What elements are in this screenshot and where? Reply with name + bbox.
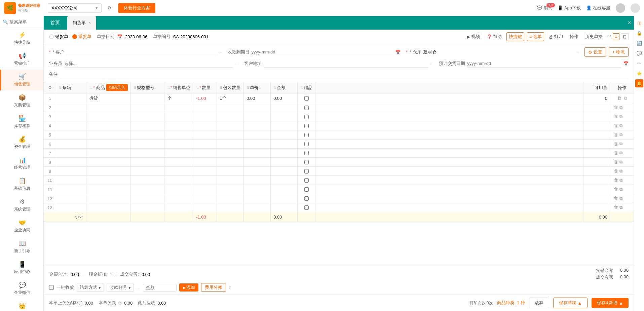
save-new-button[interactable]: 保存&新增 ▲	[592, 298, 629, 308]
copy-icon-6[interactable]: ⧉	[619, 141, 622, 146]
row-pkgqty-10[interactable]	[217, 176, 244, 185]
row-unit-13[interactable]	[164, 203, 193, 212]
remarks-input[interactable]	[60, 70, 629, 78]
row-amount-2[interactable]	[271, 103, 298, 112]
row-pkgqty-11[interactable]	[217, 185, 244, 194]
warehouse-dots-icon[interactable]: ···	[575, 50, 579, 55]
salesperson-dots-icon[interactable]: ···	[235, 61, 239, 66]
row-unit-10[interactable]	[164, 176, 193, 185]
row-barcode-5[interactable]	[56, 130, 86, 140]
sidebar-item-wechat[interactable]: 💬 企业微信	[0, 278, 43, 299]
sidebar-search[interactable]: 🔍 搜索菜单	[0, 16, 43, 28]
row-barcode-13[interactable]	[56, 203, 86, 212]
row-pkgqty-6[interactable]	[217, 140, 244, 149]
row-spec-9[interactable]	[131, 167, 164, 176]
question-mark-icon[interactable]: ②	[118, 301, 122, 306]
radio-sale-order[interactable]: 销货单	[49, 34, 68, 40]
row-unit-3[interactable]	[164, 112, 193, 121]
copy-icon-12[interactable]: ⧉	[619, 196, 622, 201]
row-barcode-9[interactable]	[56, 167, 86, 176]
delete-icon-5[interactable]: 🗑	[614, 132, 618, 137]
row-gift-7[interactable]	[298, 149, 315, 158]
gift-checkbox-4[interactable]	[304, 124, 309, 128]
copy-icon-11[interactable]: ⧉	[619, 187, 622, 192]
row-pkgqty-9[interactable]	[217, 167, 244, 176]
row-unit-8[interactable]	[164, 158, 193, 167]
row-barcode-1[interactable]	[56, 93, 86, 103]
chevron-right-icon[interactable]: ›	[610, 33, 611, 40]
row-barcode-3[interactable]	[56, 112, 86, 121]
message-button[interactable]: 💬 消息 99+	[537, 5, 552, 11]
sidebar-item-shortcut[interactable]: ⚡ 快捷导航	[0, 28, 43, 49]
app-download-button[interactable]: 📱 App下载	[558, 5, 581, 11]
rp-bell-button[interactable]: 🔔	[635, 79, 643, 87]
trial-button[interactable]: 体验行业方案	[118, 3, 155, 13]
copy-icon-5[interactable]: ⧉	[619, 132, 622, 137]
row-qty-1[interactable]: -1.00	[193, 93, 217, 103]
row-pkgqty-5[interactable]	[217, 130, 244, 140]
row-amount-5[interactable]	[271, 130, 298, 140]
expense-help-icon[interactable]: ?	[229, 285, 231, 289]
rp-comment-button[interactable]: 💬	[635, 49, 643, 57]
row-amount-13[interactable]	[271, 203, 298, 212]
sidebar-item-inventory[interactable]: 🏪 库存核算	[0, 111, 43, 132]
row-spec-6[interactable]	[131, 140, 164, 149]
row-pkgqty-7[interactable]	[217, 149, 244, 158]
scan-button[interactable]: 扫码录入	[106, 84, 128, 91]
delete-icon-6[interactable]: 🗑	[614, 141, 618, 146]
row-qty-6[interactable]	[193, 140, 217, 149]
row-amount-7[interactable]	[271, 149, 298, 158]
row-goods-10[interactable]	[86, 176, 131, 185]
row-price-3[interactable]	[244, 112, 271, 121]
row-amount-9[interactable]	[271, 167, 298, 176]
row-gift-11[interactable]	[298, 185, 315, 194]
copy-icon-3[interactable]: ⧉	[619, 114, 622, 119]
gift-checkbox-10[interactable]	[304, 178, 309, 183]
row-price-8[interactable]	[244, 158, 271, 167]
expense-split-button[interactable]: 费用分摊	[201, 283, 226, 292]
delete-icon-8[interactable]: 🗑	[614, 159, 618, 164]
row-spec-2[interactable]	[131, 103, 164, 112]
row-unit-7[interactable]	[164, 149, 193, 158]
salesperson-input[interactable]	[64, 60, 233, 68]
row-goods-1[interactable]: 拆货	[86, 93, 131, 103]
row-goods-7[interactable]	[86, 149, 131, 158]
avatar2[interactable]	[631, 3, 640, 13]
rp-lock-button[interactable]: 🔒	[635, 29, 643, 37]
copy-icon-4[interactable]: ⧉	[619, 123, 622, 128]
row-qty-10[interactable]	[193, 176, 217, 185]
sidebar-item-finance[interactable]: 💰 资金管理	[0, 132, 43, 153]
amount-input[interactable]	[143, 284, 177, 291]
row-qty-5[interactable]	[193, 130, 217, 140]
sidebar-item-marketing[interactable]: 📢 营销推广	[0, 49, 43, 70]
avatar[interactable]	[616, 3, 625, 13]
gift-checkbox-6[interactable]	[304, 142, 309, 146]
row-goods-8[interactable]	[86, 158, 131, 167]
row-qty-12[interactable]	[193, 194, 217, 203]
row-spec-13[interactable]	[131, 203, 164, 212]
rp-refresh-button[interactable]: 🔄	[635, 39, 643, 47]
online-support-button[interactable]: 👤 在线客服	[586, 5, 610, 11]
row-gift-2[interactable]	[298, 103, 315, 112]
row-spec-1[interactable]	[131, 93, 164, 103]
tab-home[interactable]: 首页	[44, 16, 67, 30]
gift-checkbox-13[interactable]	[304, 205, 309, 210]
row-pkgqty-8[interactable]	[217, 158, 244, 167]
delete-icon-10[interactable]: 🗑	[614, 178, 618, 183]
gift-checkbox-5[interactable]	[304, 133, 309, 137]
row-pkgqty-4[interactable]	[217, 121, 244, 130]
gift-checkbox-7[interactable]	[304, 151, 309, 155]
row-qty-13[interactable]	[193, 203, 217, 212]
row-qty-4[interactable]	[193, 121, 217, 130]
row-amount-8[interactable]	[271, 158, 298, 167]
gift-checkbox-1[interactable]	[304, 96, 309, 101]
customer-address-dots-icon[interactable]: ···	[430, 61, 434, 66]
gift-checkbox-12[interactable]	[304, 196, 309, 201]
discount-help-icon[interactable]: ?	[110, 272, 112, 276]
settings-button[interactable]: ⚙ 设置	[584, 47, 606, 57]
row-gift-3[interactable]	[298, 112, 315, 121]
row-goods-4[interactable]	[86, 121, 131, 130]
row-spec-12[interactable]	[131, 194, 164, 203]
row-pkgqty-1[interactable]: 1个	[217, 93, 244, 103]
gift-checkbox-2[interactable]	[304, 106, 309, 110]
